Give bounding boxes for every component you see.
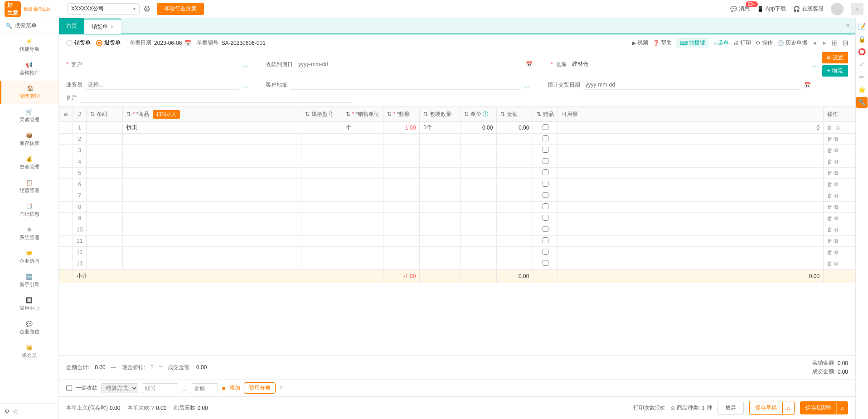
- save-new-chevron[interactable]: ∧: [836, 402, 848, 414]
- right-pencil-icon[interactable]: ✏: [858, 72, 867, 82]
- sidebar-item-operations[interactable]: 📋 经营管理: [0, 175, 58, 198]
- print-btn[interactable]: 🖨 打印: [733, 39, 751, 47]
- avatar[interactable]: [831, 3, 844, 15]
- amount-input[interactable]: [191, 383, 218, 393]
- copy-icon-4[interactable]: ⧉: [834, 159, 839, 165]
- col-settings-header[interactable]: ⚙: [59, 107, 73, 122]
- copy-icon-13[interactable]: ⧉: [834, 260, 839, 267]
- delete-icon-11[interactable]: 🗑: [827, 238, 833, 244]
- nav-next-icon[interactable]: ►: [822, 40, 827, 46]
- customer-dots-btn[interactable]: ...: [242, 61, 247, 68]
- help-circle-2[interactable]: ?: [151, 405, 154, 411]
- save-draft-button[interactable]: 保存草稿 ∧: [749, 401, 795, 415]
- gift-checkbox-4[interactable]: [543, 158, 548, 164]
- video-btn[interactable]: ▶ 视频: [632, 39, 648, 47]
- gift-checkbox-9[interactable]: [543, 215, 548, 221]
- delete-icon-13[interactable]: 🗑: [827, 260, 833, 267]
- tab-sale-order[interactable]: 销货单 ×: [84, 19, 121, 34]
- radio-sale-order[interactable]: 销货单: [66, 39, 91, 47]
- list-view-icon[interactable]: ⊟: [842, 39, 848, 47]
- sidebar-settings-icon[interactable]: ⚙: [5, 408, 10, 414]
- fee-help-icon[interactable]: ?: [279, 385, 282, 391]
- sidebar-item-guide[interactable]: 🆕 新手引导: [0, 269, 58, 293]
- sidebar-item-finance[interactable]: 💰 资金管理: [0, 151, 58, 175]
- right-check-icon[interactable]: ✓: [858, 59, 867, 70]
- gift-checkbox-13[interactable]: [543, 260, 548, 266]
- right-orange-icon[interactable]: 🔧: [856, 97, 868, 108]
- tab-home[interactable]: 首页: [59, 18, 84, 34]
- help-btn[interactable]: ❓ 帮助: [653, 39, 672, 47]
- payment-calendar-icon[interactable]: 📅: [526, 61, 533, 67]
- sidebar-item-member[interactable]: 👑 畅会员: [0, 340, 58, 363]
- shortcut-btn[interactable]: ⌨ 快捷键: [676, 38, 709, 48]
- row-product-1[interactable]: 拆页: [123, 122, 301, 134]
- salesperson-dots-btn[interactable]: ...: [242, 82, 247, 89]
- sidebar-item-marketing[interactable]: 📢 营销推广: [0, 57, 58, 81]
- trial-button[interactable]: 体验行业方案: [157, 3, 204, 15]
- select-btn[interactable]: ≡ 选单: [713, 39, 729, 47]
- gift-checkbox-11[interactable]: [543, 237, 548, 243]
- account-dots-btn[interactable]: ...: [182, 385, 187, 392]
- settings-gear-icon[interactable]: ⚙: [143, 4, 150, 14]
- setup-button[interactable]: ⚙ 设置: [822, 52, 848, 63]
- row-spec-1[interactable]: [301, 122, 342, 134]
- delete-icon-12[interactable]: 🗑: [827, 249, 833, 255]
- copy-icon-1[interactable]: ⧉: [836, 125, 840, 131]
- gift-checkbox-1[interactable]: [543, 124, 548, 130]
- sidebar-search[interactable]: 🔍 搜索菜单: [0, 18, 58, 34]
- sidebar-collapse-icon[interactable]: ◁: [13, 408, 17, 414]
- app-download-button[interactable]: 📱 App下载: [757, 5, 786, 13]
- gift-checkbox-12[interactable]: [543, 249, 548, 255]
- user-arrow[interactable]: ›: [851, 3, 863, 15]
- right-star-icon[interactable]: ⭐: [856, 84, 868, 95]
- delete-icon-1[interactable]: 🗑: [827, 125, 833, 131]
- sidebar-item-purchase[interactable]: 🛒 采购管理: [0, 104, 58, 128]
- right-circle-icon[interactable]: ⭕: [856, 46, 868, 57]
- addr-dots-btn[interactable]: ...: [524, 82, 529, 89]
- copy-icon-3[interactable]: ⧉: [834, 147, 839, 154]
- tab-close-icon[interactable]: ×: [111, 24, 114, 30]
- customer-addr-input[interactable]: [290, 80, 521, 90]
- sidebar-item-system[interactable]: ⚙ 系统管理: [0, 222, 58, 246]
- calc-method-select[interactable]: 结算方式: [101, 383, 138, 393]
- right-edit-icon[interactable]: 📝: [856, 21, 868, 32]
- gift-checkbox-5[interactable]: [543, 169, 548, 175]
- sidebar-item-sales[interactable]: 🏠 销售管理: [0, 81, 58, 104]
- gift-checkbox-3[interactable]: [543, 147, 548, 153]
- notes-input[interactable]: [80, 93, 352, 103]
- history-btn[interactable]: 🕐 历史单据: [777, 39, 807, 47]
- add-label[interactable]: 添加: [229, 384, 240, 392]
- row-qty-1[interactable]: -1.00: [383, 122, 420, 134]
- delete-icon-3[interactable]: 🗑: [827, 147, 833, 154]
- delete-icon-9[interactable]: 🗑: [827, 215, 833, 222]
- customer-input[interactable]: [85, 60, 240, 69]
- abandon-button[interactable]: 放弃: [718, 401, 744, 415]
- salesperson-input[interactable]: [85, 80, 239, 90]
- copy-icon-2[interactable]: ⧉: [834, 136, 839, 142]
- help-circle-icon[interactable]: ?: [150, 364, 154, 371]
- save-draft-chevron[interactable]: ∧: [782, 402, 794, 414]
- price-info-icon[interactable]: ⓘ: [483, 111, 488, 117]
- save-new-button[interactable]: 保存&新增 ∧: [800, 401, 848, 414]
- delete-icon-5[interactable]: 🗑: [827, 170, 833, 176]
- online-service-button[interactable]: 🎧 在线客服: [793, 5, 824, 13]
- gift-checkbox-2[interactable]: [543, 135, 548, 141]
- delete-icon-6[interactable]: 🗑: [827, 181, 833, 188]
- tab-close-button[interactable]: ×: [840, 22, 855, 30]
- gift-checkbox-7[interactable]: [543, 192, 548, 198]
- company-selector[interactable]: XXXXXX公司 ▾: [67, 3, 140, 14]
- warehouse-input[interactable]: [569, 60, 810, 69]
- sidebar-item-inventory[interactable]: 📦 库存核算: [0, 128, 58, 151]
- add-icon[interactable]: ●: [222, 384, 226, 392]
- copy-icon-11[interactable]: ⧉: [834, 238, 839, 244]
- copy-icon-8[interactable]: ⧉: [834, 204, 839, 210]
- row-unit-1[interactable]: 个: [342, 122, 383, 134]
- copy-icon-12[interactable]: ⧉: [834, 249, 839, 255]
- operation-btn[interactable]: ⚙ 操作: [756, 39, 773, 47]
- date-calendar-icon[interactable]: 📅: [184, 40, 191, 46]
- warehouse-dots-btn[interactable]: ...: [813, 61, 818, 68]
- delete-icon-8[interactable]: 🗑: [827, 204, 833, 210]
- expected-calendar-icon[interactable]: 📅: [804, 82, 811, 88]
- grid-view-icon[interactable]: ⊞: [832, 39, 838, 47]
- sidebar-item-basic-info[interactable]: 📑 基础信息: [0, 198, 58, 222]
